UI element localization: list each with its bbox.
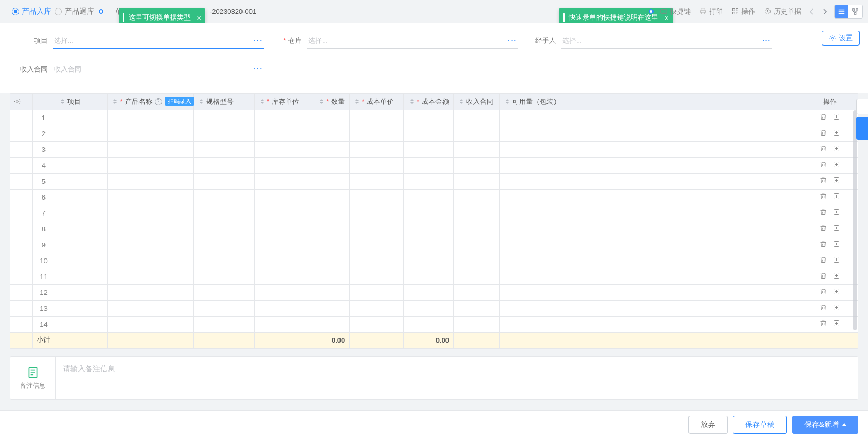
insert-row-button[interactable] — [833, 145, 840, 153]
insert-row-button[interactable] — [833, 303, 840, 311]
insert-row-button[interactable] — [833, 272, 840, 280]
insert-row-button[interactable] — [833, 208, 840, 216]
sort-icon[interactable] — [199, 99, 203, 104]
table-row[interactable]: 2 — [10, 126, 858, 141]
table-row[interactable]: 7 — [10, 205, 858, 221]
table-row[interactable]: 4 — [10, 157, 858, 173]
warehouse-input[interactable] — [307, 33, 518, 49]
delete-row-button[interactable] — [819, 224, 827, 232]
save-and-new-button[interactable]: 保存&新增 — [792, 416, 858, 434]
more-icon[interactable]: ··· — [254, 36, 263, 44]
save-draft-button[interactable]: 保存草稿 — [733, 416, 787, 434]
trash-icon — [819, 129, 827, 137]
vertical-scrollbar[interactable] — [853, 110, 857, 330]
prev-doc-button[interactable] — [807, 5, 817, 19]
sort-icon[interactable] — [113, 99, 117, 104]
sort-icon[interactable] — [459, 99, 463, 104]
view-toggle-tree[interactable] — [848, 5, 862, 18]
delete-row-button[interactable] — [819, 113, 827, 121]
delete-row-button[interactable] — [819, 129, 827, 137]
row-index: 13 — [32, 300, 55, 316]
insert-row-button[interactable] — [833, 319, 840, 327]
add-row-icon — [833, 256, 840, 264]
delete-row-button[interactable] — [819, 145, 827, 153]
th-price[interactable]: *成本单价 — [350, 94, 404, 110]
table-row[interactable]: 1 — [10, 110, 858, 126]
insert-row-button[interactable] — [833, 192, 840, 200]
insert-row-button[interactable] — [833, 256, 840, 264]
table-row[interactable]: 13 — [10, 300, 858, 316]
list-icon — [838, 8, 845, 15]
table-row[interactable]: 9 — [10, 237, 858, 253]
side-drawer-handle-active[interactable] — [856, 117, 868, 140]
radio-product-out-label: 产品退库 — [65, 7, 94, 16]
delete-row-button[interactable] — [819, 208, 827, 216]
sort-icon[interactable] — [60, 99, 65, 104]
operate-button[interactable]: 操作 — [728, 5, 758, 19]
close-icon[interactable]: × — [196, 13, 201, 22]
more-icon[interactable]: ··· — [254, 65, 263, 73]
gear-icon — [829, 34, 836, 42]
next-doc-button[interactable] — [819, 5, 830, 19]
th-spec[interactable]: 规格型号 — [194, 94, 254, 110]
side-drawer-handle[interactable] — [856, 99, 868, 114]
th-amount[interactable]: *成本金额 — [403, 94, 453, 110]
project-input[interactable] — [53, 33, 264, 49]
insert-row-button[interactable] — [833, 224, 840, 232]
table-row[interactable]: 6 — [10, 189, 858, 205]
radio-product-out[interactable]: 产品退库 — [55, 7, 94, 16]
th-project[interactable]: 项目 — [55, 94, 108, 110]
th-avail[interactable]: 可用量（包装） — [499, 94, 802, 110]
table-row[interactable]: 5 — [10, 173, 858, 189]
sort-icon[interactable] — [505, 99, 509, 104]
insert-row-button[interactable] — [833, 160, 840, 168]
print-button[interactable]: 打印 — [696, 5, 726, 19]
th-gear[interactable] — [10, 94, 32, 110]
sort-icon[interactable] — [319, 99, 324, 104]
view-toggle-list[interactable] — [835, 5, 848, 18]
delete-row-button[interactable] — [819, 319, 827, 327]
help-icon[interactable]: ? — [155, 98, 162, 105]
subtotal-row: 小计 0.00 0.00 — [10, 332, 858, 348]
insert-row-button[interactable] — [833, 288, 840, 296]
delete-row-button[interactable] — [819, 303, 827, 311]
insert-row-button[interactable] — [833, 176, 840, 184]
table-row[interactable]: 8 — [10, 221, 858, 237]
remark-input[interactable] — [56, 357, 858, 399]
sort-icon[interactable] — [260, 99, 264, 104]
th-qty[interactable]: *数量 — [301, 94, 350, 110]
scan-entry-button[interactable]: 扫码录入 — [165, 97, 194, 106]
insert-row-button[interactable] — [833, 129, 840, 137]
th-unit[interactable]: *库存单位 — [254, 94, 301, 110]
sort-icon[interactable] — [355, 99, 359, 104]
sort-icon[interactable] — [410, 99, 414, 104]
table-row[interactable]: 10 — [10, 253, 858, 269]
discard-button[interactable]: 放弃 — [688, 416, 728, 434]
radio-product-in[interactable]: 产品入库 — [12, 7, 51, 16]
table-row[interactable]: 3 — [10, 141, 858, 157]
delete-row-button[interactable] — [819, 272, 827, 280]
delete-row-button[interactable] — [819, 176, 827, 184]
insert-row-button[interactable] — [833, 113, 840, 121]
table-row[interactable]: 11 — [10, 269, 858, 284]
settings-button[interactable]: 设置 — [822, 31, 860, 46]
table-row[interactable]: 12 — [10, 284, 858, 300]
shortcut-button[interactable]: 快捷键 — [657, 5, 694, 19]
handler-input[interactable] — [561, 33, 772, 49]
table-row[interactable]: 14 — [10, 316, 858, 332]
more-icon[interactable]: ··· — [508, 36, 517, 44]
delete-row-button[interactable] — [819, 160, 827, 168]
delete-row-button[interactable] — [819, 192, 827, 200]
guide-dot-icon — [649, 9, 654, 14]
row-index: 3 — [32, 141, 55, 157]
row-index: 5 — [32, 173, 55, 189]
delete-row-button[interactable] — [819, 288, 827, 296]
insert-row-button[interactable] — [833, 240, 840, 248]
delete-row-button[interactable] — [819, 240, 827, 248]
history-button[interactable]: 历史单据 — [760, 5, 804, 19]
more-icon[interactable]: ··· — [762, 36, 771, 44]
th-contract[interactable]: 收入合同 — [453, 94, 499, 110]
th-product[interactable]: *产品名称?扫码录入 — [108, 94, 194, 110]
delete-row-button[interactable] — [819, 256, 827, 264]
contract-input[interactable] — [53, 61, 264, 77]
